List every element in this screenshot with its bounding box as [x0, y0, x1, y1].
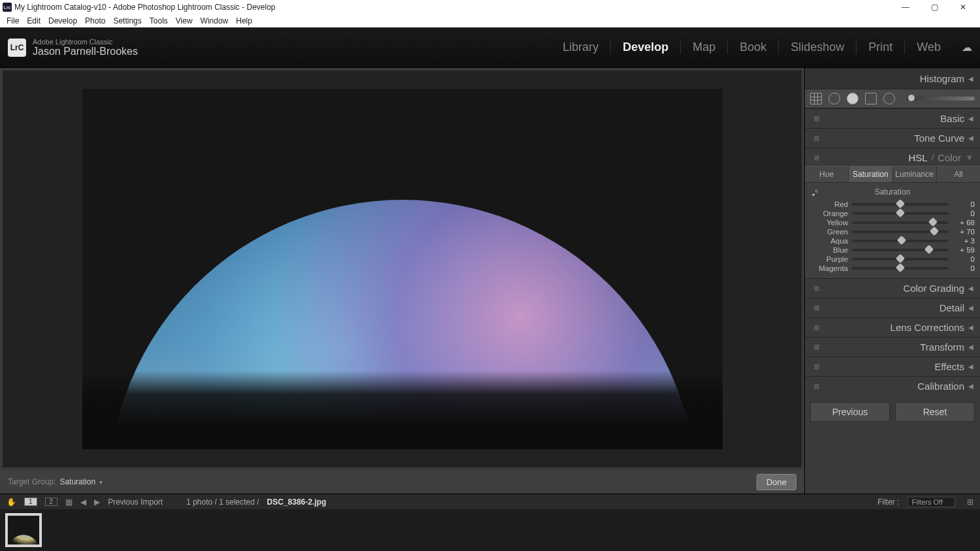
- slider-value[interactable]: 0: [953, 210, 975, 217]
- slider-track[interactable]: [852, 230, 949, 233]
- slider-value[interactable]: 0: [953, 264, 975, 272]
- collapse-triangle-icon: ◀: [968, 75, 973, 82]
- thumbnail[interactable]: [5, 513, 42, 547]
- secondary-display-2[interactable]: 2: [45, 497, 58, 506]
- slider-track[interactable]: [852, 203, 949, 206]
- module-slideshow[interactable]: Slideshow: [779, 40, 857, 54]
- nav-forward-icon[interactable]: ▶: [94, 497, 100, 507]
- window-close-button[interactable]: ✕: [949, 0, 977, 14]
- menu-help[interactable]: Help: [232, 16, 256, 25]
- slider-value[interactable]: + 3: [953, 237, 975, 245]
- slider-track[interactable]: [852, 267, 949, 270]
- filmstrip[interactable]: [0, 509, 980, 551]
- menu-tools[interactable]: Tools: [146, 16, 172, 25]
- menu-develop[interactable]: Develop: [44, 16, 81, 25]
- nav-back-icon[interactable]: ◀: [80, 497, 86, 507]
- panel-basic[interactable]: Basic◀: [805, 108, 980, 128]
- grid-view-icon[interactable]: ▦: [65, 497, 73, 507]
- module-book[interactable]: Book: [728, 40, 779, 54]
- target-group-value[interactable]: Saturation: [59, 477, 95, 486]
- panel-switch-icon[interactable]: [814, 155, 819, 161]
- done-button[interactable]: Done: [757, 474, 796, 490]
- slider-track[interactable]: [852, 212, 949, 215]
- filmstrip-source[interactable]: Previous Import: [108, 497, 163, 507]
- crop-tool-icon[interactable]: [810, 93, 822, 104]
- slider-track[interactable]: [852, 221, 949, 224]
- menu-view[interactable]: View: [172, 16, 197, 25]
- collapse-triangle-icon: ◀: [968, 304, 973, 311]
- previous-button[interactable]: Previous: [810, 402, 890, 422]
- collapse-triangle-icon: ◀: [968, 134, 973, 142]
- filter-lock-icon[interactable]: ⊞: [967, 497, 973, 507]
- filmstrip-status: 1 photo / 1 selected /: [186, 497, 259, 507]
- slider-value[interactable]: 0: [953, 200, 975, 208]
- histogram-panel-header[interactable]: Histogram ◀: [805, 68, 980, 89]
- image-canvas[interactable]: [3, 71, 802, 467]
- menu-file[interactable]: File: [3, 16, 23, 25]
- panel-switch-icon[interactable]: [814, 286, 819, 291]
- radial-filter-tool-icon[interactable]: [883, 93, 895, 104]
- panel-tone-curve[interactable]: Tone Curve◀: [805, 128, 980, 148]
- hsl-subtitle: Saturation: [805, 183, 980, 200]
- slider-track[interactable]: [852, 240, 949, 242]
- hsl-tab-luminance[interactable]: Luminance: [893, 166, 937, 182]
- secondary-display-1[interactable]: 1: [24, 497, 37, 506]
- menu-window[interactable]: Window: [197, 16, 233, 25]
- slider-green: Green+ 70: [805, 227, 980, 236]
- reset-button[interactable]: Reset: [895, 402, 975, 422]
- slider-label: Purple: [811, 255, 848, 263]
- slider-magenta: Magenta0: [805, 264, 980, 273]
- slider-track[interactable]: [852, 258, 949, 260]
- targeted-adjustment-tool-icon[interactable]: [811, 187, 818, 196]
- collapse-triangle-icon: ◀: [968, 343, 973, 351]
- panel-switch-icon[interactable]: [814, 136, 819, 141]
- panel-calibration[interactable]: Calibration◀: [805, 376, 980, 396]
- mask-slider[interactable]: [907, 97, 975, 101]
- hsl-panel-header[interactable]: HSL / Color ▼: [805, 148, 980, 166]
- filter-dropdown[interactable]: Filters Off: [907, 497, 955, 507]
- slider-value[interactable]: + 59: [953, 246, 975, 254]
- hsl-tab-saturation[interactable]: Saturation: [849, 166, 892, 182]
- slider-value[interactable]: + 70: [953, 228, 975, 236]
- panel-switch-icon[interactable]: [814, 116, 819, 121]
- target-group-label: Target Group:: [8, 477, 56, 486]
- panel-lens-corrections[interactable]: Lens Corrections◀: [805, 317, 980, 337]
- slider-track[interactable]: [852, 249, 949, 251]
- module-map[interactable]: Map: [681, 40, 728, 54]
- hand-tool-icon[interactable]: ✋: [7, 497, 16, 507]
- menu-photo[interactable]: Photo: [81, 16, 109, 25]
- panel-switch-icon[interactable]: [814, 364, 819, 370]
- panel-switch-icon[interactable]: [814, 306, 819, 311]
- window-maximize-button[interactable]: ▢: [920, 0, 949, 14]
- panel-transform[interactable]: Transform◀: [805, 337, 980, 356]
- panel-switch-icon[interactable]: [814, 325, 819, 330]
- slider-value[interactable]: + 68: [953, 219, 975, 227]
- color-label[interactable]: Color: [938, 152, 961, 163]
- panel-effects[interactable]: Effects◀: [805, 356, 980, 376]
- panel-color-grading[interactable]: Color Grading◀: [805, 278, 980, 298]
- panel-switch-icon[interactable]: [814, 384, 819, 389]
- hsl-tab-all[interactable]: All: [937, 166, 980, 182]
- spot-removal-tool-icon[interactable]: [828, 93, 840, 104]
- graduated-filter-tool-icon[interactable]: [865, 93, 877, 104]
- cloud-sync-icon[interactable]: ☁: [962, 41, 972, 54]
- panel-switch-icon[interactable]: [814, 345, 819, 350]
- module-develop[interactable]: Develop: [611, 40, 681, 54]
- menu-settings[interactable]: Settings: [109, 16, 145, 25]
- panel-detail[interactable]: Detail◀: [805, 298, 980, 317]
- module-print[interactable]: Print: [857, 40, 905, 54]
- slider-label: Aqua: [811, 237, 848, 245]
- slider-value[interactable]: 0: [953, 255, 975, 263]
- app-header: LrC Adobe Lightroom Classic Jason Parnel…: [0, 27, 980, 68]
- module-picker: LibraryDevelopMapBookSlideshowPrintWeb: [551, 40, 953, 54]
- window-minimize-button[interactable]: —: [891, 0, 920, 14]
- dropdown-caret-icon[interactable]: ▾: [99, 479, 103, 486]
- hsl-panel-body: HueSaturationLuminanceAll Saturation Red…: [805, 166, 980, 278]
- module-library[interactable]: Library: [551, 40, 611, 54]
- hsl-tab-hue[interactable]: Hue: [805, 166, 849, 182]
- menu-edit[interactable]: Edit: [23, 16, 44, 25]
- user-name: Jason Parnell-Brookes: [33, 46, 138, 57]
- slider-label: Yellow: [811, 219, 848, 227]
- redeye-tool-icon[interactable]: [847, 93, 858, 104]
- module-web[interactable]: Web: [905, 40, 953, 54]
